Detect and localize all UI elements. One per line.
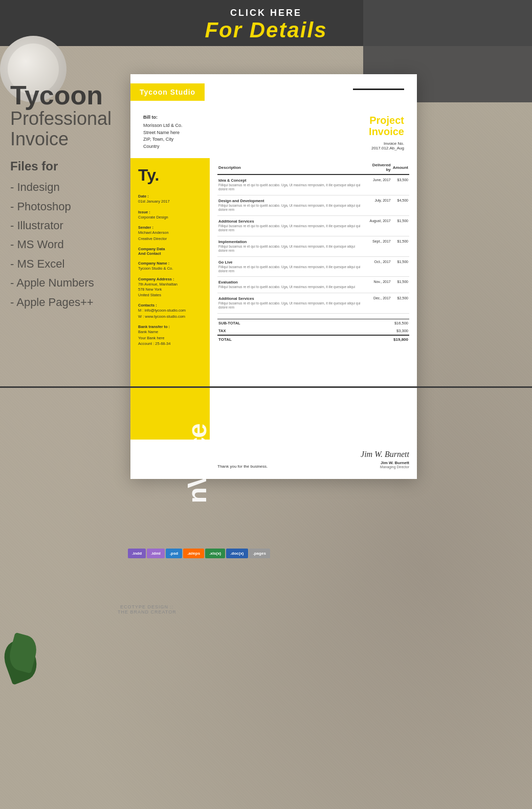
invoice-table: Description Delivered by Amount Idea & C… [217,161,409,314]
table-row: Additional Services Fiiliqui busamus re … [217,215,409,236]
signature-section: Jim W. Burnett Jim W. Burnett Managing D… [361,450,409,469]
invoice-top-section: Bill to: Morisson Ltd & Co. Street Name … [130,107,417,158]
sidebar-title: Tycoon [10,82,118,108]
badge-docx: .doc(x) [226,549,248,558]
company-address: 7th Avenue, Manhattan 578 New York Unite… [138,282,202,298]
divider-line [0,386,532,388]
signature-cursive: Jim W. Burnett [361,450,409,459]
company-data-label: Company Data And Contact [138,247,202,256]
tax-row: TAX $3,300 [217,327,409,335]
bill-to-name: Morisson Ltd & Co. Street Name here ZIP,… [143,122,343,150]
badge-ai: .ai/eps [183,549,204,558]
col-amount: Amount [392,161,409,174]
badge-psd: .psd [166,549,182,558]
company-name-value: Tycoon Studio & Co. [138,266,202,272]
badge-idml: .idml [147,549,165,558]
item-delivered: July, 2017 [366,195,391,215]
subtotal-row: SUB-TOTAL $16,500 [217,319,409,327]
item-description: Implementation Fiiliqui busamus re et qu… [217,236,366,256]
sender-label: Sender : [138,225,202,230]
badge-pages: .pages [249,549,270,558]
invoice-footer: Thank you for the business. Jim W. Burne… [130,442,417,479]
item-delivered: Nov., 2017 [366,277,391,293]
table-row: Idea & Concept Fiiliqui busamus re et qu… [217,174,409,195]
item-delivered: Oct., 2017 [366,256,391,277]
sidebar-subtitle: Professional Invoice [10,108,118,149]
company-address-label: Company Address : [138,277,202,281]
invoice-logo-text: Tycoon Studio [140,88,195,96]
item-description: Additional Services Fiiliqui busamus re … [217,215,366,236]
bank-your: Your Bank here [138,336,202,341]
invoice-number-section: Invoice No. 2017.012.Ab_Aug [343,141,404,150]
contact-email: M : info@tycoon-studio.com [138,308,202,314]
tax-label: TAX [218,329,226,333]
tax-value: $3,300 [396,329,408,333]
contacts-label: Contacts : [138,303,202,308]
sender-title: Creative Director [138,236,202,242]
badge-indd: .indd [128,549,146,558]
table-row: Additional Services Fiiliqui busamus re … [217,293,409,313]
invoice-number-label: Invoice No. [343,141,404,146]
bank-account: Account : 25-68-34 [138,341,202,347]
invoice-table-body: Idea & Concept Fiiliqui busamus re et qu… [217,174,409,313]
invoice-project-title: Project Invoice Invoice No. 2017.012.Ab_… [343,115,404,150]
invoice-logo-bar: Tycoon Studio [130,83,205,101]
item-description: Evaluation Fiiliqui busamus re et qui to… [217,277,366,293]
list-item: - MS Excel [10,254,118,273]
col-delivered: Delivered by [366,161,391,174]
table-row: Design and Development Fiiliqui busamus … [217,195,409,215]
invoice-ty: Ty. [138,166,202,185]
item-amount: $1,500 [392,236,409,256]
item-amount: $1,500 [392,277,409,293]
item-amount: $1,500 [392,215,409,236]
issue-value: Corporate Design [138,215,202,221]
invoice-header-line [353,89,404,90]
file-badges-container: .indd .idml .psd .ai/eps .xls(x) .doc(x)… [128,549,270,558]
contact-web: W : www.tycoon-studio.com [138,314,202,320]
item-amount: $1,500 [392,256,409,277]
date-label: Date : [138,194,202,199]
list-item: - Photoshop [10,197,118,216]
item-amount: $4,500 [392,195,409,215]
invoice-bill-to: Bill to: Morisson Ltd & Co. Street Name … [130,115,343,150]
item-amount: $2,500 [392,293,409,313]
total-value: $19,800 [393,337,408,342]
list-item: - Apple Numbers [10,273,118,292]
badge-xls: .xls(x) [205,549,225,558]
left-sidebar: Tycoon Professional Invoice Files for - … [0,72,128,322]
bottom-logo-line1: ECOTYPE DESIGN :: [118,604,176,609]
invoice-header: Tycoon Studio [130,74,417,107]
item-description: Additional Services Fiiliqui busamus re … [217,293,366,313]
signature-name: Jim W. Burnett [361,461,409,465]
list-item: - Illustrator [10,216,118,235]
sidebar-list: - Indesign - Photoshop - Illustrator - M… [10,178,118,312]
sender-name: Michael Anderson [138,230,202,236]
invoice-table-head: Description Delivered by Amount [217,161,409,174]
bill-to-label: Bill to: [143,115,343,120]
table-row: Evaluation Fiiliqui busamus re et qui to… [217,277,409,293]
signature-title: Managing Director [361,465,409,469]
item-description: Idea & Concept Fiiliqui busamus re et qu… [217,174,366,195]
invoice-header-right [353,83,404,90]
invoice-left-panel: Ty. Date : 01st January 2017 Issue : Cor… [130,158,210,440]
thank-you-text: Thank you for the business. [217,464,268,469]
item-delivered: Sept., 2017 [366,236,391,256]
table-header-row: Description Delivered by Amount [217,161,409,174]
item-amount: $3,500 [392,174,409,195]
plant-decoration [0,604,41,681]
list-item: - Indesign [10,178,118,196]
total-label: TOTAL [218,337,232,342]
nvoice-watermark: nVoice [182,424,212,504]
table-row: Implementation Fiiliqui busamus re et qu… [217,236,409,256]
date-value: 01st January 2017 [138,199,202,205]
col-description: Description [217,161,366,174]
list-item: - MS Word [10,235,118,254]
item-description: Go Live Fiiliqui busamus re et qui to qu… [217,256,366,277]
invoice-document: Tycoon Studio Bill to: Morisson Ltd & Co… [130,74,417,479]
invoice-number-value: 2017.012.Ab_Aug [343,146,404,150]
item-delivered: Dec., 2017 [366,293,391,313]
total-row-final: TOTAL $19,800 [217,335,409,343]
company-name-label: Company Name : [138,261,202,266]
bottom-logo: ECOTYPE DESIGN :: THE BRAND CREATOR [118,604,176,615]
item-delivered: June, 2017 [366,174,391,195]
